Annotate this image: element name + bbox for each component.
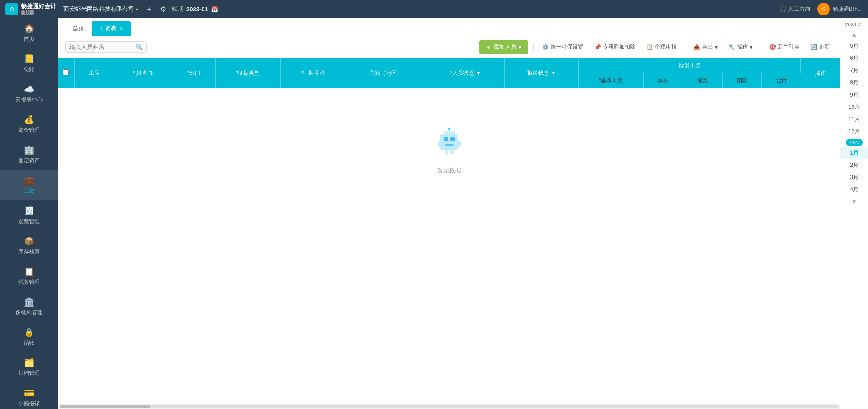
month-item-1[interactable]: 1月: [840, 147, 868, 159]
tab-home[interactable]: 首页: [65, 21, 92, 36]
sidebar-label-ledger: 总账: [24, 66, 34, 73]
personal-tax-icon: 📋: [646, 44, 653, 50]
month-item-12[interactable]: 12月: [840, 126, 868, 138]
svg-rect-0: [440, 134, 458, 150]
company-name: 西安虾米网络科技有限公司: [63, 5, 134, 13]
company-dropdown[interactable]: 西安虾米网络科技有限公司 ▾: [63, 5, 138, 13]
th-id-type: *证据类型: [216, 58, 281, 88]
sidebar-item-archive[interactable]: 🗂️ 归档管理: [0, 352, 58, 383]
ledger-icon: 📒: [24, 54, 34, 64]
chevron-down-icon: ▾: [136, 7, 138, 12]
top-bar: 会 畅捷通好会计 旗舰版 西安虾米网络科技有限公司 ▾ ＋ ⚙ 账期 2023-…: [0, 0, 868, 18]
th-performance: 绩效: [683, 73, 722, 88]
month-item-6[interactable]: 6月: [840, 52, 868, 64]
select-all-checkbox[interactable]: [63, 69, 69, 75]
sidebar-label-inventory: 库存核算: [18, 248, 40, 256]
month-item-9[interactable]: 9月: [840, 89, 868, 101]
avatar: 畅: [817, 3, 830, 15]
month-item-7[interactable]: 7月: [840, 64, 868, 77]
sidebar-label-invoice: 发票管理: [18, 218, 40, 225]
sidebar-item-salary[interactable]: 💼 工资: [0, 170, 58, 200]
archive-icon: 🗂️: [24, 358, 34, 368]
svg-rect-7: [450, 150, 454, 154]
nav-tabs: 首页 工资表 ✕: [58, 18, 840, 36]
headset-icon: 🎧: [780, 6, 786, 12]
sidebar-label-cloud: 云报表中心: [15, 96, 43, 104]
month-item-10[interactable]: 10月: [840, 101, 868, 113]
settings-button[interactable]: ⚙: [158, 3, 168, 15]
svg-point-10: [448, 128, 450, 130]
month-next-button[interactable]: ▼: [849, 196, 859, 207]
scrollbar-track: [60, 405, 838, 408]
social-security-action[interactable]: ⚙️ 统一社保设置: [539, 41, 586, 53]
month-item-11[interactable]: 11月: [840, 113, 868, 126]
horizontal-scrollbar[interactable]: [58, 404, 840, 409]
table-container: 工号 * 姓名 ⇅ *部门 *证据类型 *证据号码 国籍（地区） *人员状态 ▼…: [58, 58, 840, 404]
year-2023-label: 2023: [846, 139, 862, 146]
topbar-right: 🎧 人工咨询 畅 畅捷通B组...: [780, 3, 863, 15]
scrollbar-thumb[interactable]: [60, 405, 150, 408]
special-deduct-label: 专项附加扣除: [603, 43, 635, 51]
sidebar-item-tax[interactable]: 📋 税务管理: [0, 261, 58, 292]
sidebar-item-asset[interactable]: 🏢 固定资产: [0, 140, 58, 170]
close-tab-icon[interactable]: ✕: [119, 26, 123, 32]
salary-icon: 💼: [24, 175, 34, 185]
th-id-num: *证据号码: [280, 58, 345, 88]
export-icon: 📤: [693, 44, 700, 50]
empty-icon: [431, 125, 467, 161]
empty-text: 暂无数据: [437, 166, 461, 175]
search-box[interactable]: 🔍: [65, 41, 147, 53]
logo-sub: 旗舰版: [21, 10, 56, 15]
refresh-icon: 🔄: [810, 44, 817, 50]
close-period-icon: 🔒: [24, 327, 34, 337]
month-item-2[interactable]: 2月: [840, 159, 868, 171]
sidebar-item-multi[interactable]: 🏛️ 多机构管理: [0, 292, 58, 322]
export-dropdown-icon: ▾: [715, 44, 718, 50]
sidebar-item-expense[interactable]: 💳 小畅报销: [0, 383, 58, 409]
tab-home-label: 首页: [73, 24, 84, 33]
separator-3: [761, 43, 761, 52]
th-salary-group: 应发工资: [578, 58, 800, 73]
sidebar-item-close[interactable]: 🔒 结账: [0, 322, 58, 352]
invoice-icon: 🧾: [24, 206, 34, 216]
guide-action[interactable]: 🎯 新手引导: [766, 41, 802, 53]
add-person-button[interactable]: ＋ 添加人员 ▾: [479, 40, 528, 54]
month-prev-button[interactable]: ▲: [849, 29, 859, 40]
add-company-button[interactable]: ＋: [144, 3, 155, 16]
operation-icon: 🔧: [728, 44, 735, 50]
service-button[interactable]: 🎧 人工咨询: [780, 5, 810, 13]
export-action[interactable]: 📤 导出 ▾: [691, 41, 720, 53]
sidebar-item-inventory[interactable]: 📦 库存核算: [0, 231, 58, 261]
th-country: 国籍（地区）: [345, 58, 427, 88]
month-item-3[interactable]: 3月: [840, 171, 868, 184]
month-item-8[interactable]: 8月: [840, 77, 868, 89]
period-value: 2023-01: [186, 6, 208, 13]
period-label: 账期: [172, 5, 184, 13]
svg-rect-2: [450, 137, 455, 141]
operation-action[interactable]: 🔧 操作 ▾: [726, 41, 755, 53]
sidebar-item-fund[interactable]: 💰 资金管理: [0, 109, 58, 140]
sidebar-item-cloud[interactable]: ☁️ 云报表中心: [0, 79, 58, 109]
cloud-icon: ☁️: [24, 84, 34, 94]
month-item-5[interactable]: 5月: [840, 40, 868, 52]
home-icon: 🏠: [24, 24, 34, 34]
sidebar-item-ledger[interactable]: 📒 总账: [0, 49, 58, 79]
add-btn-label: 添加人员: [493, 43, 517, 51]
th-dept: *部门: [172, 58, 216, 88]
user-label: 畅捷通B组...: [833, 5, 863, 13]
add-dropdown-icon: ▾: [519, 44, 522, 50]
search-input[interactable]: [69, 44, 133, 50]
tab-salary-table[interactable]: 工资表 ✕: [92, 21, 131, 36]
personal-tax-action[interactable]: 📋 个税申报: [644, 41, 679, 53]
sidebar-item-invoice[interactable]: 🧾 发票管理: [0, 200, 58, 231]
month-item-4[interactable]: 4月: [840, 184, 868, 196]
logo: 会 畅捷通好会计 旗舰版: [5, 3, 56, 15]
th-allowance: 津贴: [643, 73, 683, 88]
special-deduct-action[interactable]: 📌 专项附加扣除: [592, 41, 638, 53]
logo-text: 畅捷通好会计 旗舰版: [21, 3, 56, 15]
calendar-icon[interactable]: 📅: [211, 6, 218, 13]
operation-label: 操作: [737, 43, 748, 51]
refresh-action[interactable]: 🔄 刷新: [808, 41, 833, 53]
sidebar-item-home[interactable]: 🏠 首页: [0, 18, 58, 49]
user-area[interactable]: 畅 畅捷通B组...: [817, 3, 863, 15]
